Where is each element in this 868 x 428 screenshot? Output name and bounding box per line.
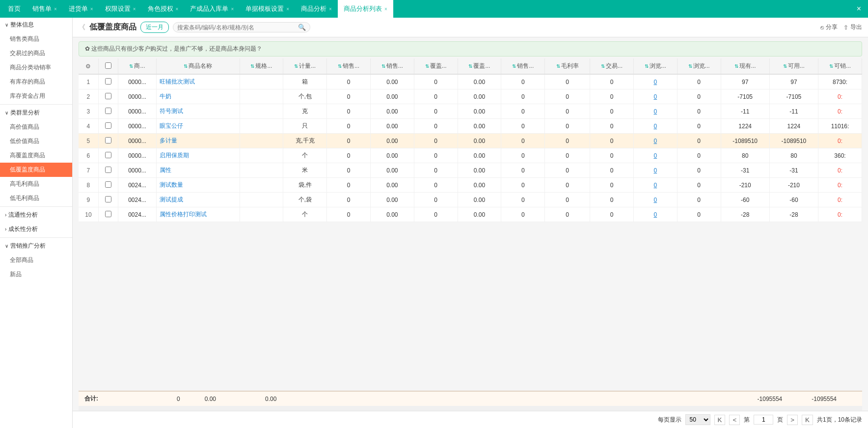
row-checkbox[interactable] xyxy=(98,134,118,148)
row-view1[interactable]: 0 xyxy=(633,148,677,163)
row-checkbox[interactable] xyxy=(98,207,118,222)
row-view1[interactable]: 0 xyxy=(633,178,677,193)
sidebar-section-liquidity[interactable]: › 流通性分析 xyxy=(0,208,72,222)
column-sales-count[interactable]: ⇅销售... xyxy=(327,58,371,74)
sidebar-item-low-coverage[interactable]: 低覆盖度商品 xyxy=(0,163,72,177)
row-name[interactable]: 启用保质期 xyxy=(156,148,240,163)
close-icon[interactable]: × xyxy=(176,6,179,12)
column-name[interactable]: ⇅商品名称 xyxy=(156,58,240,74)
nav-item-product-storage[interactable]: 产成品入库单 × xyxy=(184,0,240,18)
page-input[interactable] xyxy=(754,415,773,425)
row-name[interactable]: 眼宝公仔 xyxy=(156,119,240,134)
column-current[interactable]: ⇅现有... xyxy=(721,58,769,74)
column-gross-rate[interactable]: ⇅毛利率 xyxy=(545,58,590,74)
sidebar-item-high-profit[interactable]: 高毛利商品 xyxy=(0,177,72,191)
column-unit[interactable]: ⇅计量... xyxy=(283,58,327,74)
row-name[interactable]: 符号测试 xyxy=(156,104,240,119)
first-page-button[interactable]: K xyxy=(714,415,726,425)
column-sales-amount[interactable]: ⇅销售... xyxy=(370,58,414,74)
column-sales3[interactable]: ⇅销售... xyxy=(501,58,545,74)
sidebar-item-new-goods[interactable]: 新品 xyxy=(0,267,72,282)
row-select-checkbox[interactable] xyxy=(105,181,111,188)
sidebar-item-high-coverage[interactable]: 高覆盖度商品 xyxy=(0,148,72,163)
sidebar-section-marketing[interactable]: ∨ 营销推广分析 xyxy=(0,239,72,253)
row-view1[interactable]: 0 xyxy=(633,104,677,119)
row-select-checkbox[interactable] xyxy=(105,196,111,202)
row-select-checkbox[interactable] xyxy=(105,152,111,158)
row-name[interactable]: 测试提成 xyxy=(156,193,240,207)
row-view1[interactable]: 0 xyxy=(633,193,677,207)
row-view1[interactable]: 0 xyxy=(633,119,677,134)
nav-item-home[interactable]: 首页 xyxy=(2,0,27,18)
row-name[interactable]: 多计量 xyxy=(156,134,240,148)
row-select-checkbox[interactable] xyxy=(105,122,111,129)
sidebar-item-category-rate[interactable]: 商品分类动销率 xyxy=(0,60,72,75)
share-button[interactable]: ⎋ 分享 xyxy=(820,23,838,31)
row-select-checkbox[interactable] xyxy=(105,108,111,114)
sidebar-item-all-goods[interactable]: 全部商品 xyxy=(0,253,72,267)
prev-page-button[interactable]: < xyxy=(729,415,740,425)
search-input[interactable] xyxy=(177,24,298,31)
column-gear[interactable]: ⚙ xyxy=(79,58,98,74)
last-page-button[interactable]: K xyxy=(802,415,813,425)
row-name[interactable]: 旺辅批次测试 xyxy=(156,74,240,89)
row-select-checkbox[interactable] xyxy=(105,93,111,99)
row-checkbox[interactable] xyxy=(98,163,118,178)
nav-item-role[interactable]: 角色授权 × xyxy=(142,0,185,18)
close-icon[interactable]: × xyxy=(231,6,234,12)
close-icon[interactable]: × xyxy=(384,6,387,12)
sidebar-section-group[interactable]: ∨ 类群里分析 xyxy=(0,106,72,120)
close-all-button[interactable]: × xyxy=(852,4,866,13)
close-icon[interactable]: × xyxy=(329,6,332,12)
column-code[interactable]: ⇅商... xyxy=(118,58,156,74)
sidebar-item-low-profit[interactable]: 低毛利商品 xyxy=(0,191,72,205)
row-name[interactable]: 测试数量 xyxy=(156,178,240,193)
row-checkbox[interactable] xyxy=(98,104,118,119)
row-name[interactable]: 牛奶 xyxy=(156,89,240,104)
table-container[interactable]: ⚙ ⇅商... ⇅商品名称 ⇅规格... ⇅计量... ⇅销售... ⇅销售..… xyxy=(79,58,862,391)
row-select-checkbox[interactable] xyxy=(105,167,111,173)
row-checkbox[interactable] xyxy=(98,148,118,163)
row-checkbox[interactable] xyxy=(98,89,118,104)
row-view1[interactable]: 0 xyxy=(633,134,677,148)
sidebar-item-high-value[interactable]: 高价值商品 xyxy=(0,120,72,134)
sidebar-section-overall[interactable]: ∨ 整体信息 xyxy=(0,18,72,32)
row-name[interactable]: 属性价格打印测试 xyxy=(156,207,240,222)
close-icon[interactable]: × xyxy=(90,6,93,12)
nav-item-analysis-list[interactable]: 商品分析列表 × xyxy=(338,0,393,18)
gear-icon[interactable]: ⚙ xyxy=(85,63,91,70)
close-icon[interactable]: × xyxy=(54,6,57,12)
export-button[interactable]: ⇧ 导出 xyxy=(843,23,862,31)
date-filter-button[interactable]: 近一月 xyxy=(140,22,169,33)
column-spec[interactable]: ⇅规格... xyxy=(240,58,283,74)
column-cover2[interactable]: ⇅覆盖... xyxy=(458,58,501,74)
close-icon[interactable]: × xyxy=(286,6,289,12)
row-view1[interactable]: 0 xyxy=(633,74,677,89)
sidebar-item-stock-capital[interactable]: 库存资金占用 xyxy=(0,89,72,103)
column-view1[interactable]: ⇅浏览... xyxy=(633,58,677,74)
row-name[interactable]: 属性 xyxy=(156,163,240,178)
column-cover1[interactable]: ⇅覆盖... xyxy=(414,58,458,74)
row-view1[interactable]: 0 xyxy=(633,89,677,104)
select-all-checkbox[interactable] xyxy=(105,62,111,69)
next-page-button[interactable]: > xyxy=(787,415,798,425)
sidebar-section-growth[interactable]: › 成长性分析 xyxy=(0,222,72,236)
column-sellable[interactable]: ⇅可销... xyxy=(818,58,862,74)
nav-item-permission[interactable]: 权限设置 × xyxy=(99,0,142,18)
row-view1[interactable]: 0 xyxy=(633,163,677,178)
row-select-checkbox[interactable] xyxy=(105,78,111,85)
nav-item-purchase[interactable]: 进货单 × xyxy=(63,0,99,18)
column-checkbox[interactable] xyxy=(98,58,118,74)
row-checkbox[interactable] xyxy=(98,74,118,89)
per-page-select[interactable]: 50 100 200 xyxy=(685,414,710,425)
row-checkbox[interactable] xyxy=(98,193,118,207)
nav-item-template[interactable]: 单据模板设置 × xyxy=(240,0,295,18)
search-icon[interactable]: 🔍 xyxy=(298,24,306,31)
sidebar-item-low-value[interactable]: 低价值商品 xyxy=(0,134,72,148)
row-select-checkbox[interactable] xyxy=(105,211,111,217)
sidebar-collapse-button[interactable]: 《 xyxy=(79,23,85,32)
nav-item-sales[interactable]: 销售单 × xyxy=(27,0,63,18)
row-checkbox[interactable] xyxy=(98,178,118,193)
column-view2[interactable]: ⇅浏览... xyxy=(677,58,721,74)
row-select-checkbox[interactable] xyxy=(105,137,111,143)
